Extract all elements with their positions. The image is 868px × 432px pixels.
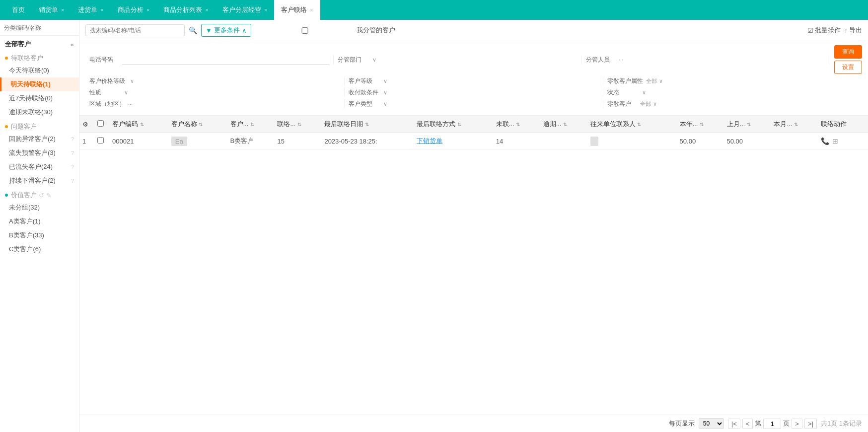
phone-action-icon[interactable]: 📞 (821, 137, 829, 145)
table-area: ⚙ 客户编码 ⇅ 客户名称 ⇅ 客户... ⇅ 联络... ⇅ 最后联络日期 ⇅… (79, 116, 868, 415)
sidebar-item-class-a[interactable]: A类客户(1) (0, 215, 79, 228)
sidebar-search-input[interactable] (4, 24, 78, 31)
nav-purchase-order[interactable]: 进货单 × (71, 0, 110, 20)
sidebar: 🔍 全部客户 « 待联络客户 今天待联络(0) 明天待联络(1) 近7天待联络(… (0, 20, 79, 432)
sort-count-icon[interactable]: ⇅ (297, 122, 301, 127)
chevron-down-retail-customer-icon: ∨ (653, 101, 657, 107)
last-method-link[interactable]: 下销货单 (417, 137, 442, 144)
sidebar-item-class-c[interactable]: C类客户(6) (0, 242, 79, 256)
td-last-method: 下销货单 (414, 133, 493, 149)
value-edit-icon[interactable]: ✎ (46, 192, 52, 199)
filter-dropdown-dept[interactable]: ∨ (370, 57, 578, 63)
close-product-analysis-icon[interactable]: × (146, 7, 149, 13)
td-contact-count: 15 (274, 133, 321, 149)
sidebar-item-today[interactable]: 今天待联络(0) (0, 64, 79, 77)
value-refresh-icon[interactable]: ↺ (39, 192, 44, 199)
help-icon-churn-warning[interactable]: ? (71, 150, 74, 156)
close-customer-tier-icon[interactable]: × (264, 7, 267, 13)
help-icon-repurchase[interactable]: ? (71, 136, 74, 142)
nav-product-analysis[interactable]: 商品分析 × (111, 0, 156, 20)
filter-dropdown-nature[interactable]: ∨ (122, 89, 340, 96)
sidebar-item-churned[interactable]: 已流失客户(24) ? (0, 160, 79, 174)
setting-button[interactable]: 设置 (834, 61, 862, 74)
sidebar-item-churn-warning[interactable]: 流失预警客户(3) ? (0, 146, 79, 160)
close-customer-contact-icon[interactable]: × (310, 7, 313, 13)
my-customers-checkbox-label[interactable]: 我分管的客户 (255, 26, 395, 35)
sidebar-all-customers[interactable]: 全部客户 « (0, 36, 79, 51)
search-input[interactable] (85, 24, 185, 36)
sidebar-section-value: 价值客户 ↺ ✎ (0, 188, 79, 201)
per-page-select[interactable]: 50 10 20 100 (699, 418, 724, 429)
sort-name-icon[interactable]: ⇅ (199, 122, 203, 127)
sort-uncontacted-icon[interactable]: ⇅ (516, 122, 520, 127)
filter-label-customer-type: 客户类型 (349, 100, 378, 108)
nav-sales-order[interactable]: 销货单 × (32, 0, 71, 20)
sort-type-icon[interactable]: ⇅ (250, 122, 254, 127)
content-area: 🔍 ▼ 更多条件 ∧ 我分管的客户 ☑ 批量操作 ↑ 导出 (79, 20, 868, 432)
nav-customer-tier[interactable]: 客户分层经营 × (216, 0, 274, 20)
sort-code-icon[interactable]: ⇅ (140, 122, 144, 127)
sort-date-icon[interactable]: ⇅ (365, 122, 369, 127)
nav-customer-contact[interactable]: 客户联络 × (274, 0, 320, 20)
sidebar-item-ungrouped[interactable]: 未分组(32) (0, 201, 79, 215)
toolbar: 🔍 ▼ 更多条件 ∧ 我分管的客户 ☑ 批量操作 ↑ 导出 (79, 20, 868, 41)
row-checkbox[interactable] (97, 137, 104, 144)
first-page-button[interactable]: |< (728, 419, 740, 429)
close-purchase-order-icon[interactable]: × (100, 7, 103, 13)
sidebar-item-class-b[interactable]: B类客户(33) (0, 228, 79, 242)
td-action: 📞 ⊞ (818, 133, 868, 149)
td-overdue (540, 133, 587, 149)
sidebar-section-problem: 问题客户 (0, 119, 79, 132)
help-icon-declining[interactable]: ? (71, 178, 74, 184)
help-icon-churned[interactable]: ? (71, 164, 74, 170)
filter-row-2: 客户价格等级 ∨ 客户等级 ∨ 零散客户属性 全部 (85, 77, 862, 85)
filter-more-region[interactable]: ··· (128, 101, 133, 107)
select-all-checkbox[interactable] (97, 120, 104, 127)
sidebar-collapse-icon[interactable]: « (71, 41, 74, 48)
batch-ops-button[interactable]: ☑ 批量操作 (807, 26, 841, 35)
my-customers-checkbox[interactable] (255, 27, 355, 34)
nav-product-analysis-list[interactable]: 商品分析列表 × (156, 0, 215, 20)
filter-more-manager[interactable]: ··· (619, 57, 623, 63)
th-checkbox (94, 116, 109, 133)
filter-input-phone[interactable] (122, 55, 329, 65)
next-page-button[interactable]: > (792, 419, 802, 429)
filter-dropdown-price-grade[interactable]: ∨ (128, 78, 340, 84)
footer: 每页显示 50 10 20 100 |< < 第 页 > >| 共1页 1条记录 (79, 415, 868, 432)
action-icons-container: 📞 ⊞ (821, 137, 865, 145)
filter-dropdown-retail-attr[interactable]: 全部 ∨ (646, 77, 858, 85)
td-checkbox (94, 133, 109, 149)
filter-dropdown-customer-grade[interactable]: ∨ (381, 78, 599, 84)
sort-year-icon[interactable]: ⇅ (700, 122, 704, 127)
nav-home[interactable]: 首页 (5, 0, 32, 20)
filter-row-1: 电话号码 分管部门 ∨ 分管人员 ··· 查询 设置 (85, 45, 862, 74)
filter-dropdown-status[interactable]: ∨ (640, 89, 858, 96)
sort-method-icon[interactable]: ⇅ (457, 122, 461, 127)
sort-lmonth-icon[interactable]: ⇅ (747, 122, 751, 127)
prev-page-button[interactable]: < (742, 419, 753, 429)
sidebar-item-declining[interactable]: 持续下滑客户(2) ? (0, 174, 79, 188)
close-sales-order-icon[interactable]: × (61, 7, 64, 13)
search-button[interactable]: 🔍 (189, 26, 197, 34)
filter-dropdown-customer-type[interactable]: ∨ (381, 101, 599, 107)
sort-overdue-icon[interactable]: ⇅ (563, 122, 567, 127)
filter-dropdown-retail-customer[interactable]: 全部 ∨ (640, 100, 858, 108)
filter-dropdown-payment[interactable]: ∨ (381, 89, 599, 96)
grid-action-icon[interactable]: ⊞ (832, 137, 838, 145)
more-filter-button[interactable]: ▼ 更多条件 ∧ (201, 24, 251, 37)
close-product-list-icon[interactable]: × (205, 7, 208, 13)
filter-panel: 电话号码 分管部门 ∨ 分管人员 ··· 查询 设置 (79, 41, 868, 116)
export-button[interactable]: ↑ 导出 (845, 26, 863, 35)
sort-unit-icon[interactable]: ⇅ (637, 122, 641, 127)
sidebar-item-overdue[interactable]: 逾期未联络(30) (0, 105, 79, 119)
filter-cell-price-grade: 客户价格等级 ∨ (85, 77, 345, 85)
filter-cell-retail-attr: 零散客户属性 全部 ∨ (603, 77, 862, 85)
query-button[interactable]: 查询 (834, 45, 862, 59)
sidebar-item-repurchase-abnormal[interactable]: 回购异常客户(2) ? (0, 132, 79, 146)
sidebar-item-7days[interactable]: 近7天待联络(0) (0, 91, 79, 105)
last-page-button[interactable]: >| (804, 419, 817, 429)
page-input[interactable] (763, 419, 781, 429)
sidebar-item-tomorrow[interactable]: 明天待联络(1) (0, 77, 79, 91)
sort-tmonth-icon[interactable]: ⇅ (794, 122, 798, 127)
gear-icon[interactable]: ⚙ (82, 121, 88, 128)
